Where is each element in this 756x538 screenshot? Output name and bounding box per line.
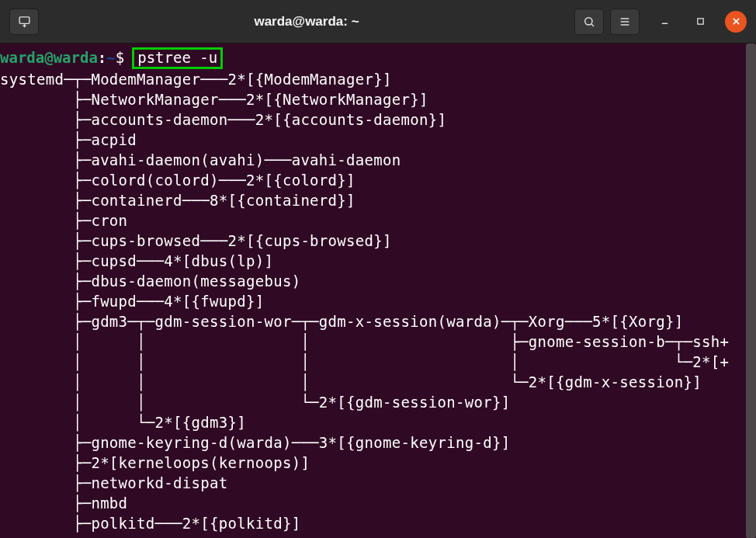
terminal-area[interactable]: warda@warda:~$ pstree -u systemd─┬─Modem… [0,43,756,538]
maximize-icon [696,17,705,26]
svg-rect-0 [19,17,29,23]
prompt-symbol: $ [116,49,124,66]
new-tab-icon [18,15,31,28]
new-tab-button[interactable] [9,9,39,35]
titlebar: warda@warda: ~ [0,0,756,43]
search-button[interactable] [574,9,604,35]
prompt-line: warda@warda:~$ pstree -u [0,43,756,69]
menu-button[interactable] [610,9,640,35]
search-icon [583,16,595,28]
close-button[interactable] [725,11,747,33]
close-icon [732,17,740,26]
prompt-user-host: warda@warda [0,49,98,66]
window-title: warda@warda: ~ [45,14,568,30]
prompt-separator: : [98,49,106,66]
svg-point-3 [585,17,592,24]
hamburger-icon [619,16,631,28]
titlebar-left [9,9,39,35]
prompt-path: ~ [106,49,115,66]
titlebar-right [574,9,747,35]
minimize-icon [661,17,669,26]
svg-line-4 [591,24,594,26]
maximize-button[interactable] [689,11,711,33]
command-text: pstree -u [132,47,223,69]
scrollbar-thumb[interactable] [746,43,756,538]
svg-rect-9 [697,19,702,24]
scrollbar[interactable] [746,43,756,538]
minimize-button[interactable] [654,11,675,33]
terminal-output: systemd─┬─ModemManager───2*[{ModemManage… [0,69,756,533]
